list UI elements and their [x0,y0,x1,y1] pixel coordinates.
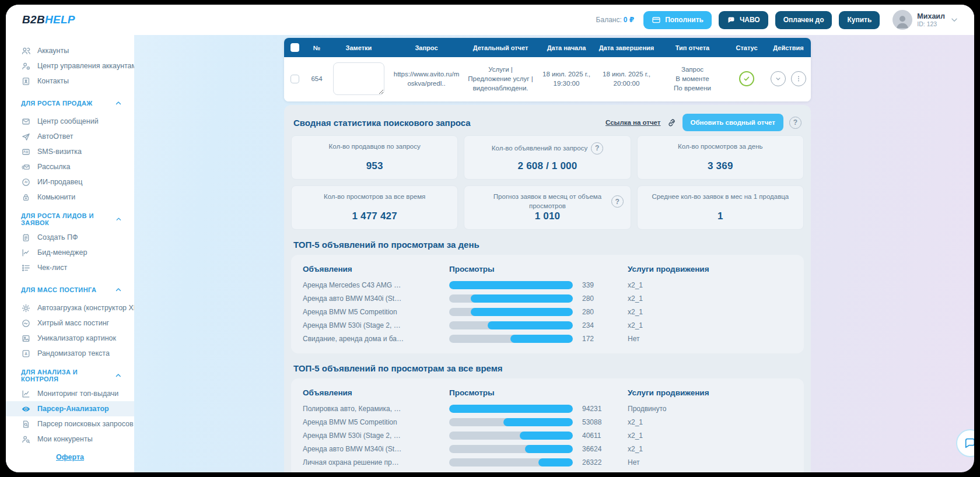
user-name: Михаил [917,12,945,20]
sidebar-item[interactable]: AIИИ-продавец [6,174,134,190]
promo-service: x2_1 [628,281,792,289]
chevron-down-icon [950,15,959,24]
sidebar-item[interactable]: Чек-лист [6,260,134,275]
views-bar [449,458,573,467]
image-icon [21,334,31,343]
column-header: Заметки [328,44,389,51]
lock-icon [21,192,31,202]
views-value: 339 [582,281,618,289]
chat-bubble-icon [964,437,974,450]
stat-value: 1 010 [535,211,561,222]
sidebar-section-label: ДЛЯ РОСТА ПРОДАЖ [21,100,93,107]
sidebar-section[interactable]: ДЛЯ РОСТА ПРОДАЖ [6,96,134,110]
more-actions-button[interactable] [791,71,806,86]
promo-service: x2_1 [628,418,792,426]
views-bar [449,418,573,426]
sidebar-item[interactable]: Центр сообщений [6,114,134,129]
column-header: Дата начала [537,44,596,51]
views-bar [449,281,573,289]
stat-label: Среднее кол-во заявок в мес на 1 продавц… [652,192,789,202]
sidebar-item[interactable]: Бид-менеджер [6,245,134,260]
buy-button[interactable]: Купить [839,11,880,29]
select-all-checkbox[interactable] [290,43,299,52]
sidebar-item[interactable]: Мои конкуренты [6,432,134,447]
help-icon[interactable]: ? [789,117,802,129]
sidebar-section[interactable]: ДЛЯ МАСС ПОСТИНГА [6,283,134,297]
sidebar-item[interactable]: Аккаунты [6,43,134,58]
sidebar-item[interactable]: Парсер поисковых запросов [6,416,134,432]
app-logo[interactable]: B2BHELP [22,13,75,26]
stat-card: Среднее кол-во заявок в мес на 1 продавц… [637,185,804,230]
support-chat-button[interactable] [956,429,974,457]
sidebar-item[interactable]: ASMS-визитка [6,144,134,159]
sidebar-item[interactable]: Рассылка [6,159,134,174]
header-actions: Баланс:0 ₽ Пополнить ЧАВО Оплачен до Куп… [596,10,959,30]
sidebar-item-label: Мои конкуренты [37,435,93,443]
faq-button[interactable]: ЧАВО [719,11,768,29]
chevron-up-icon [115,215,123,223]
ad-title: Аренда BMW 530i (Stage 2, … [303,321,440,329]
row-number: 654 [305,74,328,83]
balance-label: Баланс: [596,16,622,24]
chat-icon [727,16,736,24]
sidebar-item-label: Комьюнити [37,193,75,201]
promo-service: x2_1 [628,445,792,453]
help-icon[interactable]: ? [611,195,624,208]
report-link[interactable]: Ссылка на отчет [606,119,660,126]
sidebar-item[interactable]: Контакты [6,73,134,89]
refresh-report-button[interactable]: Обновить сводный отчет [682,114,784,131]
sidebar-section[interactable]: ДЛЯ РОСТА ЛИДОВ И ЗАЯВОК [6,212,134,226]
topup-button[interactable]: Пополнить [643,11,712,29]
sidebar-item[interactable]: Уникализатор картинок [6,331,134,346]
help-icon[interactable]: ? [591,142,603,155]
paid-until-button[interactable]: Оплачен до [775,11,832,29]
sidebar-item[interactable]: Мониторинг топ-выдачи [6,386,134,401]
sidebar-section-label: ДЛЯ МАСС ПОСТИНГА [21,286,96,293]
stat-card: Кол-во просмотров за день3 369 [637,135,804,180]
logo-part-1: B2B [22,13,45,26]
views-bar [449,308,573,316]
avatar [892,10,912,30]
ad-title: Полировка авто, Керамика, … [303,405,440,413]
stat-value: 1 [718,211,723,222]
date-end-cell: 18 июл. 2025 г., 20:00:00 [596,69,657,88]
table-header-row: №ЗаметкиЗапросДетальный отчетДата начала… [284,38,811,57]
views-bar [449,432,573,440]
top-header: B2BHELP Баланс:0 ₽ Пополнить ЧАВО Оплаче… [6,5,974,35]
ai-circle-icon: AI [21,177,31,187]
sidebar-item[interactable]: Автозагрузка (конструктор XML) [6,300,134,315]
notes-textarea[interactable] [333,62,384,95]
query-link[interactable]: https://www.avito.ru/moskva/predl.. [389,69,464,88]
sidebar-item[interactable]: AРандомизатор текста [6,346,134,361]
monitor-chart-icon [21,389,31,399]
contact-card-icon [21,76,31,86]
sms-card-icon: A [21,147,31,157]
sidebar-item[interactable]: Центр управления аккаунтами [6,58,134,73]
views-value: 26322 [582,458,618,467]
ad-title: Свидание, аренда дома и ба… [303,335,440,343]
requests-table: №ЗаметкиЗапросДетальный отчетДата начала… [284,38,811,101]
expand-row-button[interactable] [771,71,786,86]
sidebar-item-label: Автозагрузка (конструктор XML) [37,304,134,312]
user-menu[interactable]: Михаил ID: 123 [892,10,959,30]
sidebar-item-active[interactable]: Парсер-Анализатор [6,401,134,416]
sidebar-item[interactable]: Хитрый масс постинг [6,315,134,331]
sidebar-item[interactable]: Создать ПФ [6,230,134,245]
promo-service: x2_1 [628,294,792,303]
sidebar-item[interactable]: АвтоОтвет [6,129,134,144]
app-window: B2BHELP Баланс:0 ₽ Пополнить ЧАВО Оплаче… [6,5,974,472]
sidebar-section[interactable]: ДЛЯ АНАЛИЗА И КОНТРОЛЯ [6,369,134,383]
checklist-icon [21,263,31,273]
offer-link[interactable]: Оферта [56,453,84,461]
letter-a-icon: A [21,349,31,359]
sidebar-item[interactable]: Комьюнити [6,190,134,205]
report-type-cell: Запрос В моменте По времени [657,65,727,93]
stat-card: Кол-во просмотров за все время1 477 427 [291,185,458,230]
main-content: №ЗаметкиЗапросДетальный отчетДата начала… [284,35,811,472]
promo-service: Нет [628,335,792,343]
row-checkbox[interactable] [290,75,299,83]
table-row: 654 https://www.avito.ru/moskva/predl.. … [284,57,811,101]
sidebar-section-label: ДЛЯ АНАЛИЗА И КОНТРОЛЯ [21,369,114,383]
link-icon[interactable] [667,118,677,128]
top-column-services: Услуги продвижения [628,388,792,399]
